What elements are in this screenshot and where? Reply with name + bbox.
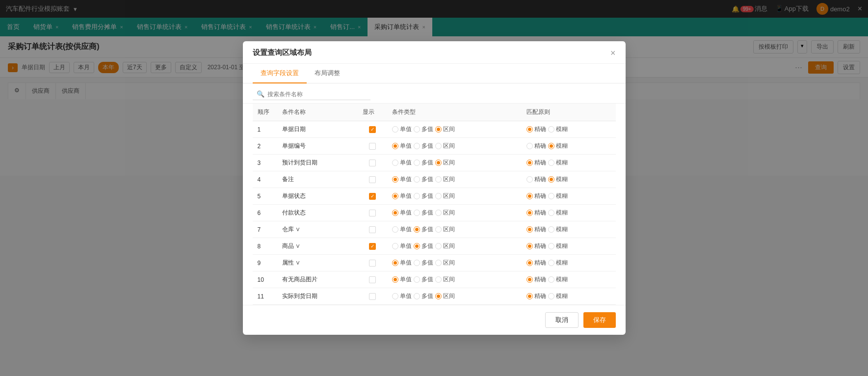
type-radio-type_single[interactable]: 单值: [392, 125, 412, 134]
table-row: 3预计到货日期单值多值区间精确模糊: [253, 155, 616, 171]
match-radio-group: 精确模糊: [526, 125, 611, 134]
search-icon: 🔍: [257, 90, 264, 98]
row-type-cell: 单值多值区间: [387, 171, 522, 176]
row-type-cell: 单值多值区间: [387, 138, 522, 155]
col-name: 条件名称: [277, 104, 358, 121]
row-order: 2: [253, 138, 277, 155]
type-radio-type_multi[interactable]: 多值: [414, 142, 433, 150]
display-checkbox[interactable]: [369, 143, 376, 150]
row-match-cell: 精确模糊: [522, 171, 616, 176]
row-order: 3: [253, 155, 277, 171]
type-radio-type_single[interactable]: 单值: [392, 159, 412, 167]
type-radio-type_single[interactable]: 单值: [392, 175, 412, 176]
row-order: 1: [253, 121, 277, 138]
type-radio-type_multi[interactable]: 多值: [414, 125, 433, 134]
type-radio-type_range[interactable]: 区间: [435, 159, 455, 167]
tab-query-settings[interactable]: 查询字段设置: [253, 64, 307, 83]
dialog-tabs: 查询字段设置 布局调整: [243, 64, 626, 83]
row-name: 预计到货日期: [277, 155, 358, 171]
row-display-cell: [358, 121, 387, 138]
conditions-table: 顺序 条件名称 显示 条件类型 匹配原则 1单据日期单值多值区间精确模糊2单据编…: [253, 104, 616, 176]
type-radio-group: 单值多值区间: [392, 142, 517, 150]
row-name: 备注: [277, 171, 358, 176]
dialog-title: 设置查询区域布局: [253, 48, 312, 57]
col-display: 显示: [358, 104, 387, 121]
col-match: 匹配原则: [522, 104, 616, 121]
display-checkbox[interactable]: [369, 160, 376, 166]
type-radio-type_range[interactable]: 区间: [435, 175, 455, 176]
row-name: 单据日期: [277, 121, 358, 138]
row-display-cell: [358, 155, 387, 171]
row-order: 4: [253, 171, 277, 176]
dialog-overlay: 设置查询区域布局 × 查询字段设置 布局调整 🔍: [0, 0, 868, 176]
match-radio-group: 精确模糊: [526, 159, 611, 167]
col-order: 顺序: [253, 104, 277, 121]
type-radio-group: 单值多值区间: [392, 175, 517, 176]
match-radio-group: 精确模糊: [526, 175, 611, 176]
match-radio-match_fuzzy[interactable]: 模糊: [548, 142, 568, 150]
table-row: 2单据编号单值多值区间精确模糊: [253, 138, 616, 155]
conditions-tbody: 1单据日期单值多值区间精确模糊2单据编号单值多值区间精确模糊3预计到货日期单值多…: [253, 121, 616, 176]
match-radio-match_exact[interactable]: 精确: [526, 175, 546, 176]
row-match-cell: 精确模糊: [522, 121, 616, 138]
row-name: 单据编号: [277, 138, 358, 155]
dialog-close-btn[interactable]: ×: [610, 49, 616, 57]
row-type-cell: 单值多值区间: [387, 121, 522, 138]
dialog-body: 查询字段设置 布局调整 🔍 顺序 条: [243, 64, 626, 176]
row-display-cell: [358, 138, 387, 155]
type-radio-type_range[interactable]: 区间: [435, 125, 455, 134]
type-radio-type_multi[interactable]: 多值: [414, 159, 433, 167]
match-radio-match_fuzzy[interactable]: 模糊: [548, 159, 568, 167]
match-radio-match_fuzzy[interactable]: 模糊: [548, 175, 568, 176]
tab-layout-adjust[interactable]: 布局调整: [307, 64, 348, 83]
dialog-table-container: 顺序 条件名称 显示 条件类型 匹配原则 1单据日期单值多值区间精确模糊2单据编…: [253, 104, 616, 176]
type-radio-group: 单值多值区间: [392, 159, 517, 167]
table-row: 1单据日期单值多值区间精确模糊: [253, 121, 616, 138]
type-radio-type_multi[interactable]: 多值: [414, 175, 433, 176]
row-display-cell: [358, 171, 387, 176]
match-radio-match_exact[interactable]: 精确: [526, 125, 546, 134]
dialog-search-area: 🔍: [243, 83, 626, 104]
search-input[interactable]: [267, 91, 356, 98]
settings-dialog: 设置查询区域布局 × 查询字段设置 布局调整 🔍: [243, 41, 626, 176]
dialog-header: 设置查询区域布局 ×: [243, 41, 626, 64]
type-radio-type_single[interactable]: 单值: [392, 142, 412, 150]
type-radio-group: 单值多值区间: [392, 125, 517, 134]
match-radio-match_fuzzy[interactable]: 模糊: [548, 125, 568, 134]
display-checkbox[interactable]: [369, 126, 376, 133]
row-type-cell: 单值多值区间: [387, 155, 522, 171]
row-match-cell: 精确模糊: [522, 138, 616, 155]
search-box: 🔍: [253, 88, 370, 100]
table-header-row: 顺序 条件名称 显示 条件类型 匹配原则: [253, 104, 616, 121]
table-row: 4备注单值多值区间精确模糊: [253, 171, 616, 176]
row-match-cell: 精确模糊: [522, 155, 616, 171]
match-radio-match_exact[interactable]: 精确: [526, 159, 546, 167]
match-radio-group: 精确模糊: [526, 142, 611, 150]
col-type: 条件类型: [387, 104, 522, 121]
type-radio-type_range[interactable]: 区间: [435, 142, 455, 150]
match-radio-match_exact[interactable]: 精确: [526, 142, 546, 150]
